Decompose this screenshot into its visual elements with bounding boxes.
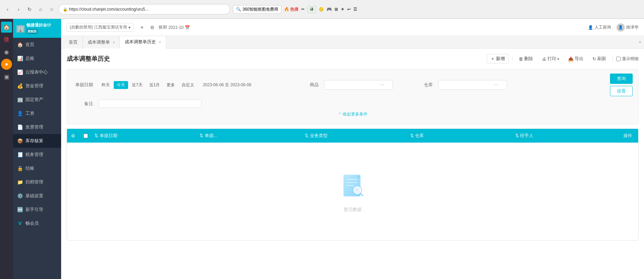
print-button[interactable]: 🖨 打印 ▾ xyxy=(539,54,562,63)
sidebar-item-guide[interactable]: 🆕 新手引导 xyxy=(13,203,61,216)
iconbar-weibo[interactable]: 微 xyxy=(1,34,12,45)
shortcut-today[interactable]: 今天 xyxy=(114,81,128,89)
archive-icon: 📁 xyxy=(17,179,23,185)
table-header: ⚙ ⇅ 单据日期 ⇅ 单据... ⇅ 业务类型 ⇅ 仓库 xyxy=(67,129,638,143)
tax-icon: 🧾 xyxy=(17,152,23,157)
close-cost-adjust-tab[interactable]: × xyxy=(113,40,115,44)
undo-icon: ↩ xyxy=(347,7,351,12)
export-button[interactable]: 📤 导出 xyxy=(565,54,586,63)
svg-point-8 xyxy=(356,189,357,190)
th-actions: 操作 xyxy=(618,133,638,139)
gamepad-icon: 🎮 xyxy=(327,7,332,12)
sidebar-label-closing: 结账 xyxy=(25,165,34,171)
sidebar-item-settings[interactable]: ⚙️ 基础设置 xyxy=(13,189,61,203)
company-selector[interactable]: (勿删勿禁用) 江西服宝测试专用 ▾ xyxy=(67,23,134,32)
page-header: 成本调整单历史 ＋ 新增 🗑 删除 🖨 打印 ▾ xyxy=(67,54,639,64)
iconbar-item3[interactable]: ▣ xyxy=(1,71,12,82)
sidebar-item-inventory[interactable]: 📦 库存核算 xyxy=(13,134,61,148)
delete-button[interactable]: 🗑 删除 xyxy=(516,54,536,63)
refresh-button[interactable]: ↻ 刷新 xyxy=(590,54,609,63)
tab-close-all[interactable]: × xyxy=(639,40,644,45)
sidebar-item-member[interactable]: V 畅会员 xyxy=(13,216,61,230)
star-button[interactable]: ☆ xyxy=(47,5,56,13)
sidebar-item-home[interactable]: 🏠 首页 xyxy=(13,38,61,52)
new-button[interactable]: ＋ 新增 xyxy=(487,54,509,64)
th-biztype-label: ⇅ 业务类型 xyxy=(305,133,328,139)
refresh-button[interactable]: ↻ xyxy=(25,5,34,13)
remark-input[interactable] xyxy=(99,100,202,108)
sidebar-item-invoice[interactable]: 📄 发票管理 xyxy=(13,120,61,134)
add-company-button[interactable]: + xyxy=(138,23,146,32)
tab-home[interactable]: 首页 xyxy=(64,36,83,48)
support-button[interactable]: 👤 人工咨询 xyxy=(588,24,611,30)
shortcut-yesterday[interactable]: 昨天 xyxy=(99,81,113,89)
address-bar[interactable]: 🔒 https://cloud.chanjet.com/accounting/u… xyxy=(58,4,230,14)
shortcut-custom[interactable]: 自定义 xyxy=(179,81,197,89)
tab-cost-adjust-history-label: 成本调整单历史 xyxy=(125,39,156,45)
app-wrapper: 🏠 微 ◉ ● ▣ 🏢 畅捷通好会计 旗舰版 🏠 首页 📊 总账 📈 云报表中心… xyxy=(0,19,644,279)
warehouse-selector[interactable]: ··· xyxy=(438,80,507,90)
tab-cost-adjust[interactable]: 成本调整单 × xyxy=(83,36,120,48)
assets-icon: 🏢 xyxy=(17,97,23,102)
home-button[interactable]: ⌂ xyxy=(36,5,45,13)
guide-icon: 🆕 xyxy=(17,207,23,212)
new-label: 新增 xyxy=(496,56,505,62)
sidebar-item-assets[interactable]: 🏢 固定资产 xyxy=(13,93,61,107)
url-text: https://cloud.chanjet.com/accounting/uru… xyxy=(69,7,148,12)
warehouse-dots-icon[interactable]: ··· xyxy=(494,82,498,88)
print-icon: 🖨 xyxy=(542,56,546,62)
th-date[interactable]: ⇅ 单据日期 xyxy=(92,133,197,139)
empty-text: 暂元数据 xyxy=(344,207,362,213)
th-operator[interactable]: ⇅ 经手人 xyxy=(512,133,618,139)
sidebar-item-ledger[interactable]: 📊 总账 xyxy=(13,52,61,65)
query-button[interactable]: 查询 xyxy=(610,74,633,84)
goods-dots-icon[interactable]: ··· xyxy=(380,82,384,88)
th-warehouse[interactable]: ⇅ 仓库 xyxy=(407,133,512,139)
svg-point-6 xyxy=(354,187,360,193)
logo-name: 畅捷通好会计 xyxy=(26,23,51,28)
close-history-tab[interactable]: × xyxy=(159,40,161,44)
shortcut-7days[interactable]: 近7天 xyxy=(129,81,146,89)
shortcut-1month[interactable]: 近1月 xyxy=(146,81,163,89)
support-icon: 👤 xyxy=(588,25,593,30)
sidebar-item-tax[interactable]: 🧾 税务管理 xyxy=(13,148,61,161)
sidebar-item-archive[interactable]: 📁 归档管理 xyxy=(13,175,61,189)
sidebar-item-reports[interactable]: 📈 云报表中心 xyxy=(13,65,61,79)
sidebar-item-funds[interactable]: 💰 资金管理 xyxy=(13,79,61,93)
user-profile[interactable]: 👤 徐泽华 xyxy=(617,23,639,32)
show-cols-input[interactable] xyxy=(616,57,621,61)
show-cols-label: 显示明细 xyxy=(622,56,639,62)
goods-selector[interactable]: ··· xyxy=(324,80,393,90)
th-docno[interactable]: ⇅ 单据... xyxy=(197,133,302,139)
search-bar[interactable]: 🔍 360智能抠图免费用 xyxy=(233,5,281,14)
sidebar-label-settings: 基础设置 xyxy=(25,193,43,199)
back-button[interactable]: ‹ xyxy=(3,5,12,13)
filter-settings-button[interactable]: 设置 xyxy=(610,86,633,96)
close-all-icon[interactable]: × xyxy=(639,40,641,45)
sidebar-item-closing[interactable]: 🔒 结账 xyxy=(13,161,61,175)
collapse-button[interactable]: ⌃ 收起更多条件 xyxy=(338,111,368,117)
sidebar-item-salary[interactable]: 👤 工资 xyxy=(13,107,61,120)
settings-icon: ⚙️ xyxy=(17,193,23,199)
search-label: 360智能抠图免费用 xyxy=(242,7,278,12)
search-icon: 🔍 xyxy=(236,7,241,12)
shortcut-more[interactable]: 更多 xyxy=(163,81,178,89)
select-all-checkbox[interactable] xyxy=(83,134,88,138)
iconbar-home[interactable]: 🏠 xyxy=(1,22,12,33)
th-biztype[interactable]: ⇅ 业务类型 xyxy=(302,133,407,139)
iconbar-item2[interactable]: ● xyxy=(1,59,12,70)
settings-gear-icon[interactable]: ⚙ xyxy=(150,25,155,30)
calendar-icon: 📅 xyxy=(185,25,190,30)
tab-cost-adjust-history[interactable]: 成本调整单历史 × xyxy=(120,36,166,48)
table-settings-icon[interactable]: ⚙ xyxy=(67,133,79,138)
forward-button[interactable]: › xyxy=(14,5,23,13)
iconbar-item1[interactable]: ◉ xyxy=(1,46,12,57)
warehouse-filter-label: 仓库 xyxy=(412,82,433,88)
translate-button[interactable]: 译 xyxy=(307,6,316,13)
remark-label: 备注 xyxy=(72,101,93,107)
username: 徐泽华 xyxy=(626,24,639,30)
table-checkbox-all[interactable] xyxy=(79,134,92,138)
th-operator-label: ⇅ 经手人 xyxy=(515,133,534,139)
show-cols-checkbox[interactable]: 显示明细 xyxy=(616,56,639,62)
empty-illustration xyxy=(337,170,368,201)
